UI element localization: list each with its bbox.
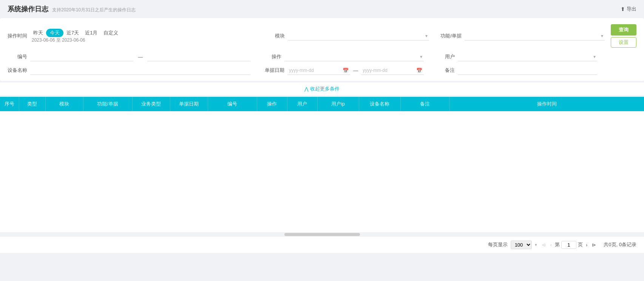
data-table: 序号 类型 模块 功能/单据 业务类型 单据日期 编号 操作 用户 用户ip 设… (0, 97, 644, 233)
time-btn-today[interactable]: 今天 (46, 29, 63, 37)
page-subtitle: 支持2020年10月31日之后产生的操作日志 (52, 7, 136, 13)
pagination-controls: ⊲ ‹ 第 页 › ⊳ (540, 241, 598, 249)
page-label: 第 (555, 241, 560, 248)
function-select-wrap: ▾ (465, 31, 605, 40)
time-filter: 操作时间 昨天 今天 近7天 近1月 自定义 2023-06-06 至 2023… (8, 29, 254, 43)
voucher-date-label: 单据日期 (262, 67, 284, 74)
page-size-select[interactable]: 50 100 200 (511, 241, 532, 249)
page-unit: 页 (578, 241, 583, 248)
page-header: 系统操作日志 支持2020年10月31日之后产生的操作日志 ⬆ 导出 (0, 0, 644, 18)
date-to-input[interactable] (361, 66, 424, 75)
next-page-btn[interactable]: › (584, 241, 589, 248)
empty-row (0, 111, 644, 232)
user-select[interactable] (458, 52, 597, 61)
user-select-wrap: ▾ (458, 52, 597, 61)
col-remark: 备注 (400, 97, 449, 111)
voucher-date-filter: 单据日期 📅 — 📅 (262, 66, 424, 75)
scrollbar-thumb[interactable] (284, 233, 360, 236)
module-filter: 模块 ▾ (265, 31, 429, 40)
operation-select-wrap: ▾ (284, 52, 424, 61)
title-area: 系统操作日志 支持2020年10月31日之后产生的操作日志 (8, 5, 136, 14)
date-dash: — (352, 68, 360, 73)
scrollbar-area[interactable] (0, 233, 644, 236)
empty-cell (0, 111, 644, 232)
col-op-time: 操作时间 (449, 97, 644, 111)
remark-filter: 备注 (435, 66, 597, 75)
settings-button[interactable]: 设置 (611, 37, 636, 48)
time-label: 操作时间 (8, 33, 27, 39)
export-icon: ⬆ (621, 6, 625, 12)
query-button[interactable]: 查询 (611, 24, 636, 36)
export-button[interactable]: ⬆ 导出 (621, 6, 636, 12)
time-buttons: 昨天 今天 近7天 近1月 自定义 (30, 29, 121, 37)
col-module: 模块 (45, 97, 83, 111)
operation-label: 操作 (262, 53, 281, 60)
table-header: 序号 类型 模块 功能/单据 业务类型 单据日期 编号 操作 用户 用户ip 设… (0, 97, 644, 111)
col-function: 功能/单据 (83, 97, 132, 111)
page-number-wrap: 第 页 (555, 241, 583, 249)
col-voucher-date: 单据日期 (170, 97, 208, 111)
operation-filter: 操作 ▾ (262, 52, 424, 61)
collapse-up-icon: ⋀ (304, 86, 309, 92)
remark-label: 备注 (435, 67, 455, 74)
time-btn-yesterday[interactable]: 昨天 (30, 29, 46, 37)
collapse-label: 收起更多条件 (310, 85, 340, 92)
module-label: 模块 (265, 33, 285, 39)
number-filter: 编号 — (8, 52, 250, 61)
operation-select[interactable] (284, 52, 424, 61)
col-type: 类型 (19, 97, 45, 111)
first-page-btn[interactable]: ⊲ (540, 241, 547, 248)
filter-row-2: 编号 — 操作 ▾ 用户 ▾ (8, 52, 636, 61)
filter-row-3: 设备名称 单据日期 📅 — 📅 备注 (8, 66, 636, 75)
filter-panel: 操作时间 昨天 今天 近7天 近1月 自定义 2023-06-06 至 2023… (0, 18, 644, 81)
col-user: 用户 (287, 97, 317, 111)
page-number-input[interactable] (561, 241, 576, 249)
table-section: 序号 类型 模块 功能/单据 业务类型 单据日期 编号 操作 用户 用户ip 设… (0, 97, 644, 233)
col-user-ip: 用户ip (317, 97, 359, 111)
date-from-input[interactable] (287, 66, 350, 75)
col-operation: 操作 (257, 97, 287, 111)
remark-input[interactable] (458, 66, 597, 75)
module-select[interactable] (288, 31, 429, 40)
number-input-from[interactable] (30, 52, 133, 61)
action-buttons: 查询 设置 (611, 24, 636, 48)
time-range-display: 2023-06-06 至 2023-06-06 (32, 37, 121, 43)
export-label: 导出 (627, 6, 636, 12)
col-biz-type: 业务类型 (132, 97, 170, 111)
total-label: 共0页, 0条记录 (604, 241, 636, 248)
last-page-btn[interactable]: ⊳ (590, 241, 598, 248)
device-filter: 设备名称 (8, 66, 250, 75)
page-title: 系统操作日志 (8, 5, 48, 14)
date-from-wrap: 📅 (287, 66, 350, 75)
time-btn-1month[interactable]: 近1月 (82, 29, 100, 37)
number-label: 编号 (8, 53, 27, 60)
time-btn-7days[interactable]: 近7天 (63, 29, 82, 37)
table-body (0, 111, 644, 232)
module-select-wrap: ▾ (288, 31, 429, 40)
time-btn-custom[interactable]: 自定义 (100, 29, 121, 37)
user-filter: 用户 ▾ (435, 52, 597, 61)
function-filter: 功能/单据 ▾ (440, 31, 605, 40)
page-size-label: 每页显示 (488, 241, 508, 248)
function-label: 功能/单据 (440, 33, 462, 39)
prev-page-btn[interactable]: ‹ (549, 241, 553, 248)
date-to-wrap: 📅 (361, 66, 424, 75)
user-label: 用户 (435, 53, 455, 60)
number-input-to[interactable] (147, 52, 250, 61)
time-options-area: 昨天 今天 近7天 近1月 自定义 2023-06-06 至 2023-06-0… (30, 29, 121, 43)
pagination-bar: 每页显示 50 100 200 ▾ ⊲ ‹ 第 页 › ⊳ 共0页, 0条记录 (0, 236, 644, 253)
number-dash: — (136, 54, 144, 60)
device-input[interactable] (30, 66, 250, 75)
page-size-arrow: ▾ (535, 242, 537, 247)
col-number: 编号 (208, 97, 257, 111)
col-device: 设备名称 (359, 97, 400, 111)
device-label: 设备名称 (8, 67, 27, 74)
function-select[interactable] (465, 31, 605, 40)
col-index: 序号 (0, 97, 19, 111)
filter-row-1: 操作时间 昨天 今天 近7天 近1月 自定义 2023-06-06 至 2023… (8, 24, 636, 48)
collapse-bar[interactable]: ⋀ 收起更多条件 (0, 82, 644, 95)
date-range-wrap: 📅 — 📅 (287, 66, 424, 75)
